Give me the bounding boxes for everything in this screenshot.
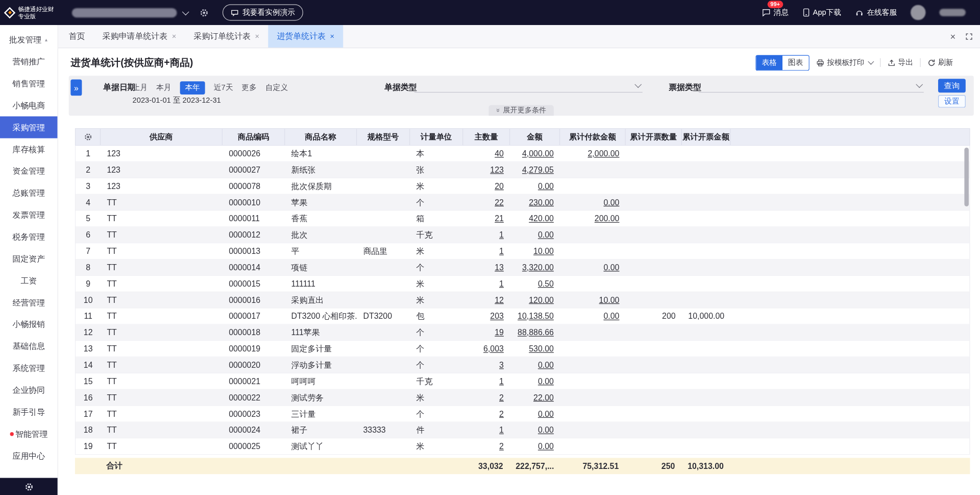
cell-amount[interactable]: 10,138.50 <box>510 312 560 321</box>
col-header-spec[interactable]: 规格型号 <box>357 129 410 145</box>
org-selector-redacted[interactable] <box>72 8 177 17</box>
view-table-button[interactable]: 表格 <box>756 55 782 69</box>
cell-amount[interactable]: 0.00 <box>510 181 560 191</box>
sidebar-item-税务管理[interactable]: 税务管理 <box>0 226 58 248</box>
sidebar-item-资金管理[interactable]: 资金管理 <box>0 160 58 182</box>
table-row[interactable]: 21230000027新纸张张1234,279.05 <box>76 162 969 178</box>
cell-qty[interactable]: 20 <box>463 181 510 191</box>
collapse-filter-button[interactable]: » <box>70 80 82 96</box>
col-header-amount[interactable]: 金额 <box>510 129 560 145</box>
cell-qty[interactable]: 1 <box>463 426 510 435</box>
cell-qty[interactable]: 1 <box>463 246 510 255</box>
tab-进货单统计表[interactable]: 进货单统计表× <box>268 25 343 48</box>
cell-amount[interactable]: 230.00 <box>510 198 560 207</box>
column-settings-button[interactable] <box>76 129 101 145</box>
cell-qty[interactable]: 2 <box>463 441 510 451</box>
col-header-name[interactable]: 商品名称 <box>285 129 357 145</box>
table-row[interactable]: 19TT0000025测试丫丫米20.00 <box>76 438 969 455</box>
demo-button[interactable]: 我要看实例演示 <box>223 5 303 21</box>
date-range-value[interactable]: 2023-01-01 至 2023-12-31 <box>133 95 221 106</box>
cell-amount[interactable]: 420.00 <box>510 214 560 223</box>
cell-amount[interactable]: 88,886.66 <box>510 328 560 337</box>
sidebar-item-总账管理[interactable]: 总账管理 <box>0 182 58 204</box>
view-chart-button[interactable]: 图表 <box>782 55 808 69</box>
cell-amount[interactable]: 0.00 <box>510 409 560 418</box>
cell-paid[interactable]: 0.00 <box>560 198 626 207</box>
online-service-button[interactable]: 在线客服 <box>855 7 897 18</box>
sidebar-item-采购管理[interactable]: 采购管理 <box>0 116 58 138</box>
sidebar-item-销售管理[interactable]: 销售管理 <box>0 73 58 95</box>
sidebar-item-企业协同[interactable]: 企业协同 <box>0 379 58 401</box>
table-row[interactable]: 5TT0000011香蕉箱21420.00200.00 <box>76 211 969 227</box>
cell-paid[interactable]: 0.00 <box>560 312 626 321</box>
cell-amount[interactable]: 10.00 <box>510 246 560 255</box>
cell-amount[interactable]: 0.00 <box>510 360 560 369</box>
cell-qty[interactable]: 22 <box>463 198 510 207</box>
cell-amount[interactable]: 4,000.00 <box>510 149 560 158</box>
sidebar-item-基础信息[interactable]: 基础信息 <box>0 335 58 357</box>
cell-qty[interactable]: 1 <box>463 230 510 240</box>
cell-qty[interactable]: 123 <box>463 165 510 174</box>
table-row[interactable]: 13TT0000019固定多计量个6,003530.00 <box>76 341 969 357</box>
vertical-scrollbar[interactable] <box>964 148 969 206</box>
avatar[interactable] <box>911 5 925 20</box>
close-all-tabs-icon[interactable]: × <box>950 32 956 41</box>
bill-type-select[interactable] <box>699 80 924 93</box>
sidebar-item-小畅报销[interactable]: 小畅报销 <box>0 313 58 335</box>
chevron-down-icon[interactable] <box>182 8 189 15</box>
sidebar-item-新手引导[interactable]: 新手引导 <box>0 401 58 423</box>
col-header-supplier[interactable]: 供应商 <box>101 129 223 145</box>
table-row[interactable]: 4TT0000010苹果个22230.000.00 <box>76 195 969 211</box>
sidebar-item-发票管理[interactable]: 发票管理 <box>0 204 58 226</box>
fullscreen-icon[interactable] <box>965 32 973 40</box>
sidebar-item-固定资产[interactable]: 固定资产 <box>0 248 58 270</box>
table-row[interactable]: 10TT0000016采购直出米12120.0010.00 <box>76 292 969 309</box>
cell-qty[interactable]: 203 <box>463 312 510 321</box>
messages-button[interactable]: 99+ 消息 <box>762 7 789 18</box>
date-option-本月[interactable]: 本月 <box>156 83 171 93</box>
cell-qty[interactable]: 1 <box>463 279 510 288</box>
sidebar-item-营销推广[interactable]: 营销推广 <box>0 51 58 73</box>
table-row[interactable]: 15TT0000021呵呵呵千克10.00 <box>76 373 969 390</box>
sidebar-settings-button[interactable] <box>0 478 58 495</box>
table-row[interactable]: 6TT0000012批次千克10.00 <box>76 227 969 243</box>
gear-icon[interactable] <box>200 8 209 17</box>
col-header-inv-qty[interactable]: 累计开票数量 <box>626 129 682 145</box>
col-header-code[interactable]: 商品编码 <box>223 129 285 145</box>
date-option-上月[interactable]: 上月 <box>133 83 148 93</box>
date-option-更多[interactable]: 更多 <box>241 83 256 93</box>
doc-type-select[interactable] <box>414 80 643 93</box>
sidebar-item-小畅电商[interactable]: 小畅电商 <box>0 95 58 116</box>
tab-采购订单统计表[interactable]: 采购订单统计表× <box>185 25 268 48</box>
cell-amount[interactable]: 0.00 <box>510 441 560 451</box>
cell-amount[interactable]: 0.00 <box>510 230 560 240</box>
sidebar-item-批发管理[interactable]: 批发管理▲ <box>0 29 58 51</box>
cell-qty[interactable]: 12 <box>463 295 510 304</box>
cell-qty[interactable]: 40 <box>463 149 510 158</box>
table-row[interactable]: 12TT0000018111苹果个1988,886.66 <box>76 325 969 341</box>
cell-paid[interactable]: 0.00 <box>560 263 626 272</box>
table-row[interactable]: 18TT0000024裙子33333件10.00 <box>76 422 969 439</box>
sidebar-item-智能管理[interactable]: 智能管理 <box>0 423 58 445</box>
expand-more-button[interactable]: » 展开更多条件 <box>488 105 554 116</box>
tab-首页[interactable]: 首页 <box>60 25 94 48</box>
print-by-template-button[interactable]: 按模板打印 <box>816 57 873 68</box>
table-row[interactable]: 11TT0000017DT3200 心相印茶...DT3200包20310,13… <box>76 309 969 325</box>
cell-qty[interactable]: 13 <box>463 263 510 272</box>
sidebar-item-系统管理[interactable]: 系统管理 <box>0 357 58 379</box>
cell-qty[interactable]: 2 <box>463 393 510 402</box>
cell-qty[interactable]: 19 <box>463 328 510 337</box>
cell-qty[interactable]: 1 <box>463 376 510 386</box>
sidebar-item-应用中心[interactable]: 应用中心 <box>0 445 58 467</box>
cell-amount[interactable]: 120.00 <box>510 295 560 304</box>
date-option-自定义[interactable]: 自定义 <box>265 83 288 93</box>
cell-qty[interactable]: 21 <box>463 214 510 223</box>
cell-amount[interactable]: 0.00 <box>510 376 560 386</box>
cell-amount[interactable]: 3,320.00 <box>510 263 560 272</box>
tab-close-icon[interactable]: × <box>330 32 335 40</box>
cell-amount[interactable]: 4,279.05 <box>510 165 560 174</box>
export-button[interactable]: 导出 <box>888 57 913 68</box>
date-option-本年[interactable]: 本年 <box>180 81 205 95</box>
app-download-button[interactable]: App下载 <box>802 7 841 18</box>
cell-paid[interactable]: 200.00 <box>560 214 626 223</box>
